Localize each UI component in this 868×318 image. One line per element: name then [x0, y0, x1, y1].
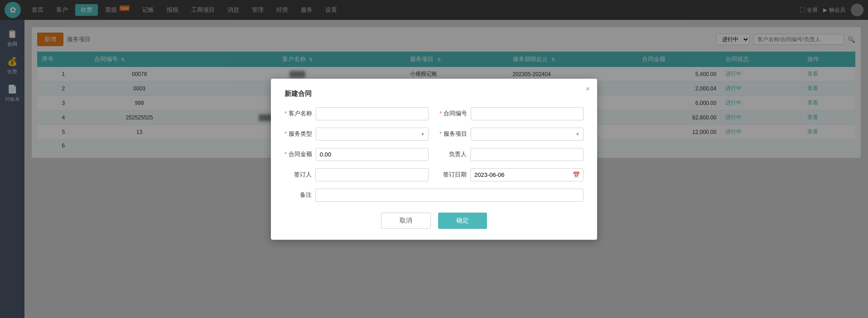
form-row-person: 负责人 — [439, 148, 583, 161]
modal-close-button[interactable]: × — [586, 85, 590, 93]
modal-title: 新建合同 — [285, 90, 583, 98]
form-row-amount: 合同金额 — [285, 148, 429, 161]
contract-no-input[interactable] — [471, 107, 583, 120]
confirm-button[interactable]: 确定 — [438, 213, 487, 229]
form-row-sign-date: 签订日期 📅 — [439, 168, 583, 181]
signer-label: 签订人 — [285, 171, 312, 179]
service-type-label: 服务类型 — [285, 130, 312, 138]
signer-input[interactable] — [315, 168, 429, 181]
contract-no-label: 合同编号 — [439, 109, 467, 118]
form-row-signer: 签订人 — [285, 168, 429, 181]
person-label: 负责人 — [439, 150, 467, 158]
service-item-select[interactable] — [471, 128, 583, 141]
form-row-contract-no: 合同编号 — [439, 107, 583, 120]
service-type-select-wrapper: ▼ — [316, 128, 429, 141]
person-input[interactable] — [470, 148, 583, 161]
service-type-select[interactable] — [316, 128, 429, 141]
modal-footer: 取消 确定 — [285, 213, 583, 229]
form-row-customer: 客户名称 — [285, 107, 429, 120]
sign-date-label: 签订日期 — [439, 171, 467, 179]
cancel-button[interactable]: 取消 — [381, 213, 431, 229]
form-row-remark: 备注 — [285, 189, 583, 202]
customer-input[interactable] — [316, 107, 429, 120]
amount-label: 合同金额 — [285, 150, 312, 158]
amount-input[interactable] — [316, 148, 429, 161]
customer-label: 客户名称 — [285, 109, 312, 118]
service-item-label: 服务项目 — [439, 130, 467, 138]
remark-label: 备注 — [285, 191, 312, 199]
form-grid: 客户名称 合同编号 服务类型 ▼ 服务项目 — [285, 107, 583, 202]
service-item-select-wrapper: ▼ — [471, 128, 583, 141]
form-row-service-item: 服务项目 ▼ — [439, 128, 583, 141]
remark-input[interactable] — [315, 189, 583, 202]
sign-date-input[interactable] — [470, 168, 583, 181]
form-row-service-type: 服务类型 ▼ — [285, 128, 429, 141]
date-input-wrapper: 📅 — [470, 168, 583, 181]
new-contract-modal: × 新建合同 客户名称 合同编号 服务类型 ▼ — [271, 79, 597, 240]
modal-overlay: × 新建合同 客户名称 合同编号 服务类型 ▼ — [0, 0, 868, 318]
